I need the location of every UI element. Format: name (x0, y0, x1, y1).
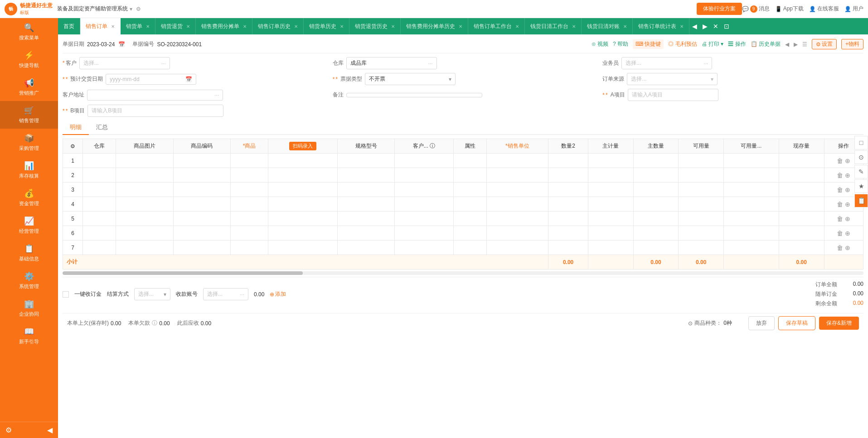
tab-expand-btn[interactable]: ⊡ (721, 23, 732, 30)
tab-sales-refund[interactable]: 销货单 ✕ (121, 18, 155, 34)
calendar-icon[interactable]: 📅 (118, 41, 125, 48)
delete-icon[interactable]: 🗑 (837, 157, 843, 164)
shortcut-btn[interactable]: ⌨ 快捷键 (633, 39, 664, 49)
tab-close-order-history[interactable]: ✕ (294, 24, 298, 29)
copy-icon[interactable]: ⊕ (845, 215, 850, 222)
deposit-checkbox[interactable] (63, 291, 69, 298)
copy-icon[interactable]: ⊕ (845, 201, 850, 208)
tab-refund-history[interactable]: 销货单历史 ✕ (304, 18, 349, 34)
sidebar-item-system[interactable]: ⚙️ 系统管理 (0, 267, 58, 294)
user-menu[interactable]: 👤 用户 (844, 5, 863, 13)
help-btn[interactable]: ? 帮助 (613, 40, 628, 48)
tab-summary[interactable]: 汇总 (89, 120, 115, 134)
sidebar-item-purchase[interactable]: 📦 采购管理 (0, 129, 58, 156)
sidebar-item-newbie[interactable]: 📖 新手引导 (0, 322, 58, 350)
b-project-input[interactable]: 请输入B项目 (87, 105, 223, 117)
scan-input-btn[interactable]: 扫码录入 (289, 142, 316, 150)
tab-prev-btn[interactable]: ◀ (689, 23, 700, 30)
delete-icon[interactable]: 🗑 (837, 215, 843, 222)
tab-menu-btn[interactable]: ✕ (710, 23, 721, 30)
a-project-input[interactable]: 请输入A项目 (628, 89, 718, 101)
settlement-select[interactable]: 选择... ▾ (134, 288, 170, 300)
account-dots[interactable]: ··· (240, 291, 244, 298)
tab-next-btn[interactable]: ▶ (700, 23, 710, 30)
message-icon[interactable]: 💬 9 消息 (742, 5, 770, 13)
discard-btn[interactable]: 放弃 (748, 316, 775, 330)
tab-close-cash-reconcile[interactable]: ✕ (623, 24, 627, 29)
settings-icon[interactable]: ⚙ (136, 6, 141, 12)
delete-icon[interactable]: 🗑 (837, 186, 843, 193)
tab-detail[interactable]: 明细 (63, 120, 89, 135)
sidebar-item-inventory[interactable]: 📊 库存核算 (0, 156, 58, 184)
industry-btn[interactable]: 体验行业方案 (697, 3, 742, 15)
delete-icon[interactable]: 🗑 (837, 201, 843, 208)
float-btn-1[interactable]: □ (854, 136, 868, 149)
profit-btn[interactable]: ◎ 毛利预估 (668, 40, 697, 48)
copy-icon[interactable]: ⊕ (845, 186, 850, 193)
tab-close-cash-workbench[interactable]: ✕ (572, 24, 576, 29)
history-btn[interactable]: 📋 历史单据 (751, 40, 781, 48)
customer-dots[interactable]: ··· (161, 60, 166, 67)
sidebar-collapse-icon[interactable]: ◀ (47, 426, 53, 434)
salesperson-input[interactable]: 选择... ··· (621, 57, 712, 69)
print-btn[interactable]: 🖨 打印 ▾ (702, 40, 724, 48)
delivery-date-input[interactable]: yyyy-mm-dd 📅 (106, 74, 196, 85)
float-btn-4[interactable]: ★ (854, 179, 868, 193)
operations-btn[interactable]: ☰ 操作 (728, 40, 746, 48)
sidebar-settings-icon[interactable]: ⚙ (5, 426, 12, 434)
warehouse-input[interactable]: 成品库 ··· (346, 57, 437, 69)
save-draft-btn[interactable]: 保存草稿 (778, 316, 815, 330)
tab-sales-return[interactable]: 销货退货 ✕ (155, 18, 196, 34)
tab-order-workbench[interactable]: 销售订单工作台 ✕ (468, 18, 525, 34)
sidebar-item-quick[interactable]: ⚡ 快捷导航 (0, 46, 58, 73)
sidebar-item-enterprise[interactable]: 🏢 企业协同 (0, 294, 58, 322)
sidebar-item-sales[interactable]: 🛒 销售管理 (0, 101, 58, 129)
settings-btn[interactable]: ⚙ 设置 (812, 39, 837, 49)
salesperson-dots[interactable]: ··· (703, 60, 708, 67)
tab-order-history[interactable]: 销售订单历史 ✕ (252, 18, 304, 34)
warehouse-dots[interactable]: ··· (428, 60, 433, 67)
order-source-input[interactable]: 选择... ▾ (627, 73, 718, 85)
sidebar-item-finance[interactable]: 💰 资金管理 (0, 184, 58, 212)
calendar2-icon[interactable]: 📅 (185, 76, 192, 82)
online-service[interactable]: 👤 在线客服 (809, 5, 839, 13)
float-btn-2[interactable]: ⊙ (854, 150, 868, 164)
tab-close-fee-split[interactable]: ✕ (243, 24, 247, 29)
video-btn[interactable]: ⊙ 视频 (592, 40, 608, 48)
tab-close-order-workbench[interactable]: ✕ (515, 24, 519, 29)
invoice-type-select[interactable]: 不开票 ▾ (365, 73, 456, 85)
add-material-btn[interactable]: +物料 (841, 39, 863, 49)
tab-fee-split[interactable]: 销售费用分摊单 ✕ (196, 18, 252, 34)
delete-icon[interactable]: 🗑 (837, 172, 843, 179)
float-btn-3[interactable]: ✎ (854, 165, 868, 178)
add-payment-btn[interactable]: ⊕ 添加 (270, 290, 286, 298)
tab-sales-order[interactable]: 销售订单 ✕ (80, 18, 121, 34)
delete-icon[interactable]: 🗑 (837, 230, 843, 237)
sidebar-item-marketing[interactable]: 📢 营销推广 (0, 73, 58, 101)
sidebar-item-operations[interactable]: 📈 经营管理 (0, 212, 58, 239)
owe-info-icon[interactable]: ⓘ (152, 319, 157, 327)
sidebar-item-basic[interactable]: 📋 基础信息 (0, 239, 58, 267)
app-download[interactable]: 📱 App下载 (775, 5, 804, 13)
tab-close-sales-return[interactable]: ✕ (186, 24, 190, 29)
tab-close-return-history[interactable]: ✕ (391, 24, 395, 29)
customer-input[interactable]: 选择... ··· (79, 57, 170, 69)
system-dropdown-icon[interactable]: ▾ (130, 6, 132, 12)
tab-cash-reconcile[interactable]: 钱货日清对账 ✕ (582, 18, 633, 34)
copy-icon[interactable]: ⊕ (845, 244, 850, 251)
col-settings[interactable]: ⚙ (63, 139, 83, 154)
delete-icon[interactable]: 🗑 (837, 244, 843, 251)
save-new-btn[interactable]: 保存&新增 (819, 317, 859, 330)
tab-close-sales-order[interactable]: ✕ (111, 24, 115, 29)
horizontal-scrollbar[interactable] (63, 271, 863, 275)
copy-icon[interactable]: ⊕ (845, 172, 850, 179)
tab-close-order-stats[interactable]: ✕ (680, 24, 684, 29)
sidebar-item-search[interactable]: 🔍 搜索菜单 (0, 18, 58, 46)
nav-next-icon[interactable]: ▶ (794, 41, 798, 48)
tab-close-refund-history[interactable]: ✕ (340, 24, 344, 29)
nav-prev-icon[interactable]: ◀ (785, 41, 789, 48)
tab-close-fee-history[interactable]: ✕ (459, 24, 462, 29)
tab-close-sales-refund[interactable]: ✕ (146, 24, 150, 29)
float-btn-5[interactable]: 📋 (854, 194, 868, 207)
address-dots[interactable]: ··· (214, 92, 219, 98)
